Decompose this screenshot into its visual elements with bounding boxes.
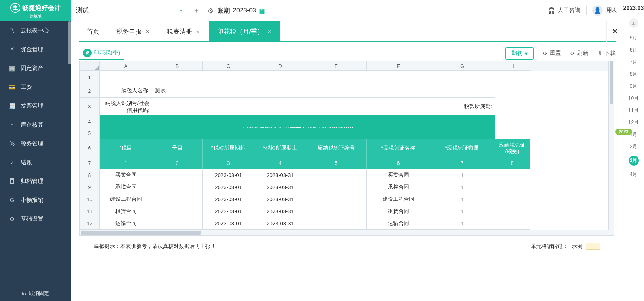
- row-header[interactable]: 2: [80, 84, 100, 98]
- download-button[interactable]: ⇩下载: [598, 50, 616, 57]
- sidebar-item-settings[interactable]: ⚙基础设置: [0, 210, 71, 229]
- rail-month[interactable]: 10月: [628, 92, 639, 104]
- row-header[interactable]: 3: [80, 98, 100, 115]
- rail-month[interactable]: 8月: [628, 68, 639, 80]
- cell[interactable]: 运输合同: [367, 217, 430, 230]
- cell[interactable]: 2023-03-31: [254, 193, 306, 205]
- cell[interactable]: 承揽合同: [367, 181, 430, 193]
- cell[interactable]: 2023-03-31: [254, 181, 306, 193]
- taxpayer-id-value[interactable]: [152, 98, 431, 115]
- rail-month[interactable]: 4月: [630, 168, 638, 181]
- col-header[interactable]: B: [152, 61, 203, 71]
- row-header[interactable]: 5: [80, 127, 100, 139]
- company-select[interactable]: 测试 ▾: [76, 4, 182, 17]
- rail-month[interactable]: 6月: [628, 44, 639, 56]
- sidebar-item-assets[interactable]: 🏢固定资产: [0, 59, 71, 78]
- settings-button[interactable]: ⚙: [207, 6, 214, 15]
- cell[interactable]: 运输合同: [100, 217, 152, 230]
- cell[interactable]: [152, 169, 203, 181]
- cell[interactable]: 1: [430, 193, 494, 205]
- cell[interactable]: 2023-03-31: [254, 169, 306, 181]
- cell[interactable]: 2023-03-01: [203, 169, 254, 181]
- close-icon[interactable]: ✕: [196, 29, 200, 34]
- consult-button[interactable]: 🎧 人工咨询: [548, 7, 580, 14]
- cell[interactable]: 买卖合同: [100, 169, 152, 181]
- cell[interactable]: [152, 217, 203, 230]
- tab-tax-declare[interactable]: 税务申报✕: [108, 21, 158, 42]
- row-header[interactable]: 8: [80, 169, 100, 181]
- cell[interactable]: 建设工程合同: [367, 193, 430, 205]
- col-header[interactable]: A: [100, 61, 152, 71]
- cell[interactable]: [152, 181, 203, 193]
- scroll-thumb[interactable]: [610, 61, 613, 104]
- row-header[interactable]: 9: [80, 181, 100, 193]
- close-icon[interactable]: ✕: [267, 29, 271, 34]
- col-header[interactable]: D: [254, 61, 306, 71]
- cell[interactable]: [306, 169, 367, 181]
- cell[interactable]: 2023-03-01: [203, 205, 254, 217]
- vertical-scrollbar[interactable]: [609, 61, 614, 230]
- cell[interactable]: 2023-03-31: [254, 217, 306, 230]
- user-menu[interactable]: 👤 用友: [592, 5, 618, 16]
- col-header[interactable]: F: [367, 61, 430, 71]
- cell[interactable]: 承揽合同: [100, 181, 152, 193]
- row-header[interactable]: 4: [80, 115, 100, 128]
- cell[interactable]: 1: [430, 217, 494, 230]
- col-header[interactable]: E: [306, 61, 367, 71]
- tax-period-value[interactable]: [495, 98, 531, 115]
- cell[interactable]: 租赁合同: [367, 205, 430, 217]
- close-all-tabs-button[interactable]: ✕: [606, 21, 623, 42]
- row-header[interactable]: 10: [80, 193, 100, 205]
- sidebar-scrollbar[interactable]: [68, 21, 71, 64]
- tab-home[interactable]: 首页: [78, 21, 108, 42]
- rail-month[interactable]: 2月: [630, 141, 638, 153]
- sidebar-item-invoice[interactable]: 🧾发票管理: [0, 97, 71, 115]
- tab-stamp-tax[interactable]: 印花税（月/季）✕: [209, 21, 280, 42]
- horizontal-scrollbar[interactable]: [79, 230, 614, 236]
- cell[interactable]: 建设工程合同: [100, 193, 152, 205]
- taxpayer-name-value[interactable]: 测试: [152, 84, 495, 98]
- rail-month[interactable]: 5月: [628, 32, 639, 44]
- cell[interactable]: 1: [430, 181, 494, 193]
- row-header[interactable]: 1: [80, 71, 100, 84]
- cell[interactable]: [494, 181, 530, 193]
- sidebar-item-expense[interactable]: G小畅报销: [0, 191, 71, 210]
- period-begin-button[interactable]: 期初 ▾: [505, 47, 534, 60]
- cell[interactable]: [306, 193, 367, 205]
- period-picker[interactable]: 2023-03 ▦: [233, 7, 265, 15]
- sheet-grid[interactable]: A B C D E F G H 1 2 纳税人名称: 测试: [79, 61, 609, 230]
- refresh-button[interactable]: ⟳刷新: [570, 50, 588, 57]
- cell[interactable]: [494, 205, 530, 217]
- cell[interactable]: [306, 181, 367, 193]
- cell[interactable]: [494, 217, 530, 230]
- col-header[interactable]: C: [203, 61, 254, 71]
- col-header[interactable]: H: [494, 61, 530, 71]
- sidebar-item-reports[interactable]: 〽云报表中心: [0, 21, 71, 40]
- cell[interactable]: 2023-03-31: [254, 205, 306, 217]
- scroll-thumb[interactable]: [81, 231, 201, 235]
- row-header[interactable]: 12: [80, 217, 100, 230]
- unpin-button[interactable]: ⏮ 取消固定: [0, 286, 71, 301]
- sidebar-item-tax[interactable]: %税务管理: [0, 134, 71, 153]
- sidebar-item-funds[interactable]: ￥资金管理: [0, 40, 71, 59]
- row-header[interactable]: 6: [80, 139, 100, 157]
- col-header[interactable]: G: [430, 61, 494, 71]
- reset-button[interactable]: ⟳重置: [543, 50, 561, 57]
- sidebar-item-close[interactable]: ✓结账: [0, 153, 71, 172]
- cell[interactable]: 1: [430, 169, 494, 181]
- sidebar-menu[interactable]: 〽云报表中心 ￥资金管理 🏢固定资产 💳工资 🧾发票管理 ⌂库存核算 %税务管理…: [0, 21, 71, 286]
- tab-tax-list[interactable]: 税表清册✕: [158, 21, 209, 42]
- cell[interactable]: [152, 193, 203, 205]
- rail-up-button[interactable]: ▲: [629, 18, 638, 28]
- cell[interactable]: 租赁合同: [100, 205, 152, 217]
- rail-month[interactable]: 9月: [628, 80, 639, 92]
- cell[interactable]: 2023-03-01: [203, 181, 254, 193]
- rail-month[interactable]: 11月: [628, 104, 639, 117]
- sidebar-item-salary[interactable]: 💳工资: [0, 78, 71, 97]
- cell[interactable]: [494, 193, 530, 205]
- select-all-corner[interactable]: [80, 61, 100, 71]
- cell[interactable]: 2023-03-01: [203, 193, 254, 205]
- cell[interactable]: 1: [430, 205, 494, 217]
- cell[interactable]: [306, 217, 367, 230]
- row-header[interactable]: 7: [80, 157, 100, 169]
